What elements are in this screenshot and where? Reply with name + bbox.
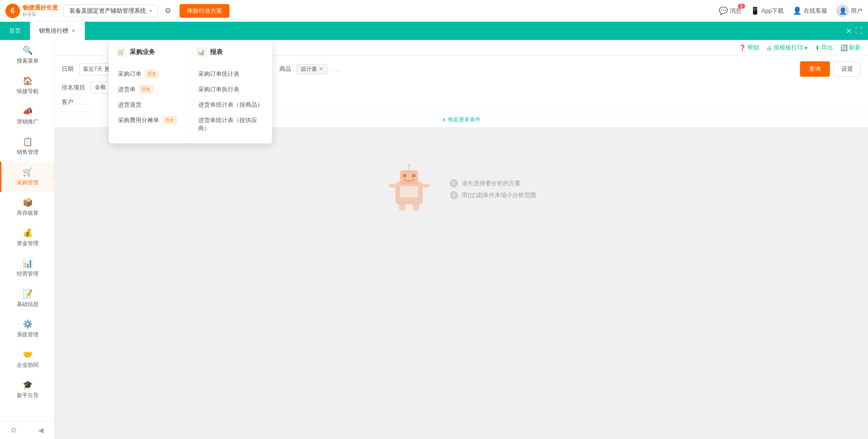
gear-icon: ⚙ — [165, 6, 171, 15]
help-label: 帮助 — [747, 44, 759, 52]
settings-icon-btn[interactable]: ⚙ — [161, 5, 174, 17]
sidebar-item-inventory[interactable]: 📦 库存核算 — [0, 192, 54, 222]
dropdown-item-purchase-order[interactable]: 采购订单 历史 — [116, 66, 185, 82]
refresh-action[interactable]: 🔄 刷新 — [840, 44, 861, 52]
enterprise-icon: 🤝 — [23, 350, 33, 360]
empty-content: ① 请先选择要分析的方案 ② 用[过滤]条件来缩小分析范围 — [386, 163, 536, 215]
sidebar-label-finance: 资金管理 — [17, 240, 39, 247]
empty-robot-illustration — [386, 163, 432, 215]
sidebar-item-quick-nav[interactable]: 🏠 快捷导航 — [0, 70, 54, 101]
export-action[interactable]: ⬆ 导出 — [815, 44, 833, 52]
app-download-label: App下载 — [761, 7, 784, 15]
tip-text-1: 请先选择要分析的方案 — [462, 179, 521, 187]
svg-rect-6 — [389, 184, 395, 187]
tab-sales-rank-label: 销售排行榜 — [39, 27, 68, 35]
sidebar-label-system: 系统管理 — [17, 331, 39, 339]
sidebar-label-guide: 新手引导 — [17, 392, 39, 400]
refresh-icon: 🔄 — [840, 44, 848, 51]
goods-tag-remove-icon[interactable]: ✕ — [319, 66, 323, 72]
avatar: 👤 — [836, 5, 849, 17]
tip-num-2: ② — [450, 191, 458, 199]
sidebar-item-enterprise[interactable]: 🤝 企业协同 — [0, 344, 54, 375]
goods-more-dots[interactable]: ... — [333, 66, 341, 73]
tab-close-window-icon[interactable]: ✕ — [846, 27, 852, 35]
purchase-order-stat-label: 采购订单统计表 — [198, 70, 239, 78]
sidebar-label-basic: 基础信息 — [17, 301, 39, 308]
purchase-expense-label: 采购费用分摊单 — [118, 116, 159, 124]
inbound-stat-goods-label: 进货单统计表（按商品） — [198, 101, 263, 109]
sidebar-item-operation[interactable]: 📊 经营管理 — [0, 253, 54, 283]
system-selector[interactable]: 装备及固定资产辅助管理系统 ▾ — [63, 5, 158, 17]
dropdown-item-inbound-stat-supplier[interactable]: 进货单统计表（按供应商） — [196, 113, 265, 136]
print-template-action[interactable]: 🖨 按模板打印 ▾ — [766, 44, 808, 52]
logo-text: 畅捷通好生意 标准版 — [23, 4, 58, 18]
sidebar-item-finance[interactable]: 💰 资金管理 — [0, 222, 54, 253]
tab-home[interactable]: 首页 — [0, 22, 30, 40]
date-recent-label: 最近7天 — [83, 65, 102, 73]
refresh-label: 刷新 — [849, 44, 861, 52]
guide-icon: 🎓 — [23, 380, 33, 390]
dropdown-item-purchase-expense[interactable]: 采购费用分摊单 历史 — [116, 113, 185, 128]
svg-point-2 — [403, 174, 406, 178]
customer-more-dots[interactable]: ... — [79, 99, 87, 106]
export-icon: ⬆ — [815, 44, 820, 51]
svg-rect-8 — [399, 203, 405, 211]
collapse-text: 收起更多条件 — [448, 116, 481, 123]
history-badge-2: 历史 — [139, 85, 153, 94]
sidebar-item-marketing[interactable]: 📣 营销推广 — [0, 101, 54, 131]
print-template-label: 按模板打印 — [774, 44, 803, 52]
tab-maximize-icon[interactable]: ⛶ — [855, 27, 863, 35]
sidebar-item-guide[interactable]: 🎓 新手引导 — [0, 375, 54, 405]
tab-close-icon[interactable]: ✕ — [71, 28, 76, 34]
sidebar: 🔍 搜索菜单 🏠 快捷导航 📣 营销推广 📋 销售管理 🛒 采购管理 📦 库存核… — [0, 40, 54, 439]
app-download-action[interactable]: 📱 App下载 — [751, 6, 784, 15]
dropdown-item-purchase-order-exec[interactable]: 采购订单执行表 — [196, 82, 265, 97]
message-action[interactable]: 💬 6 消息 — [719, 6, 741, 15]
active-indicator — [51, 174, 54, 180]
print-chevron-icon: ▾ — [805, 44, 808, 51]
main-layout: 🔍 搜索菜单 🏠 快捷导航 📣 营销推广 📋 销售管理 🛒 采购管理 📦 库存核… — [0, 40, 868, 439]
rank-label: 排名项目 — [62, 84, 85, 92]
dropdown-item-purchase-order-stat[interactable]: 采购订单统计表 — [196, 66, 265, 82]
sidebar-item-search[interactable]: 🔍 搜索菜单 — [0, 40, 54, 70]
sidebar-collapse-icon[interactable]: ◀ — [38, 426, 44, 434]
history-badge-4: 历史 — [163, 116, 176, 124]
home-icon: 🏠 — [23, 76, 33, 86]
inbound-stat-supplier-label: 进货单统计表（按供应商） — [198, 116, 263, 133]
help-icon: ❓ — [739, 44, 746, 51]
phone-icon: 📱 — [751, 6, 760, 15]
sidebar-item-purchase[interactable]: 🛒 采购管理 — [0, 162, 54, 192]
purchase-order-label: 采购订单 — [118, 70, 141, 78]
query-button[interactable]: 查询 — [800, 61, 830, 77]
print-icon: 🖨 — [766, 44, 772, 51]
dropdown-item-inbound-return[interactable]: 进货退货 — [116, 97, 185, 113]
svg-rect-7 — [423, 184, 429, 187]
tab-sales-rank[interactable]: 销售排行榜 ✕ — [30, 22, 85, 40]
dropdown-item-inbound[interactable]: 进货单 历史 — [116, 82, 185, 97]
tab-bar: 首页 销售排行榜 ✕ ✕ ⛶ — [0, 22, 868, 40]
purchase-icon: 🛒 — [23, 167, 33, 177]
sidebar-item-sales[interactable]: 📋 销售管理 — [0, 131, 54, 162]
dropdown-item-inbound-stat-goods[interactable]: 进货单统计表（按商品） — [196, 97, 265, 113]
system-icon: ⚙️ — [23, 319, 33, 329]
user-action[interactable]: 👤 用户 — [836, 5, 863, 17]
sidebar-settings-icon[interactable]: ⚙ — [10, 426, 17, 434]
chevron-down-icon: ▾ — [150, 8, 152, 13]
sales-icon: 📋 — [23, 137, 33, 147]
sidebar-item-basic[interactable]: 📝 基础信息 — [0, 283, 54, 314]
help-action[interactable]: ❓ 帮助 — [739, 44, 759, 52]
empty-state: ① 请先选择要分析的方案 ② 用[过滤]条件来缩小分析范围 — [54, 127, 868, 251]
online-service-action[interactable]: 👤 在线客服 — [793, 6, 827, 15]
industry-button[interactable]: 体验行业方案 — [180, 4, 229, 18]
sidebar-item-system[interactable]: ⚙️ 系统管理 — [0, 314, 54, 344]
sidebar-label-search: 搜索菜单 — [17, 57, 39, 65]
set-button[interactable]: 设置 — [834, 61, 861, 77]
history-badge-1: 历史 — [145, 70, 159, 78]
column-divider — [190, 47, 191, 136]
sidebar-label-sales: 销售管理 — [17, 148, 39, 156]
goods-tag[interactable]: 设计素 ✕ — [297, 64, 327, 74]
online-service-label: 在线客服 — [804, 7, 827, 15]
svg-rect-10 — [400, 186, 418, 197]
operation-icon: 📊 — [23, 258, 33, 268]
goods-tag-value: 设计素 — [301, 65, 317, 73]
